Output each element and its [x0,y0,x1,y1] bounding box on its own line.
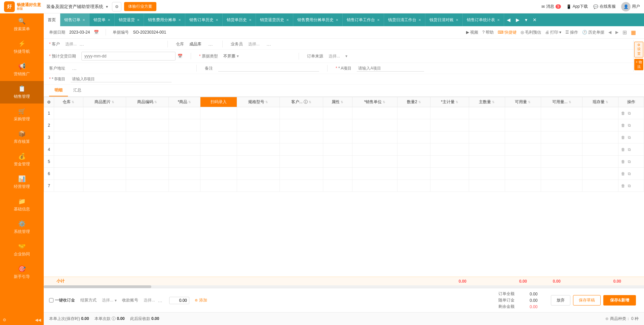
row1-available2[interactable] [541,107,582,119]
row2-available[interactable] [505,119,541,131]
row1-qty2[interactable] [397,107,430,119]
account-dots-btn[interactable]: … [156,298,164,303]
row1-unit[interactable] [352,107,397,119]
sidebar-settings-icon[interactable]: ⚙ [3,318,6,322]
list-view-btn[interactable]: ▦ [631,29,636,36]
th-customer-code[interactable]: 客户... ⓘ⇅ [279,97,323,107]
a-project-input[interactable] [357,65,424,72]
tab-close-all-btn[interactable]: ✕ [530,17,539,23]
invoice-dropdown-icon[interactable]: ▾ [237,54,239,58]
row1-available[interactable] [505,107,541,119]
tab-cash-daily[interactable]: 钱货日清工作台 ✕ [384,13,425,26]
tab-prev-btn[interactable]: ◀ [504,17,513,23]
tab-sales-summary-close[interactable]: ✕ [497,18,500,22]
history-btn[interactable]: 🕐 历史单据 [582,30,604,35]
th-main-unit[interactable]: *主计量⇅ [430,97,469,107]
row1-stock[interactable] [582,107,618,119]
row6-copy-icon[interactable]: ⧉ [628,171,631,176]
sidebar-item-marketing[interactable]: 📢 营销推广 [0,58,44,81]
amount-input[interactable] [169,297,189,304]
delivery-calendar-icon[interactable]: 📅 [178,54,183,58]
th-spec[interactable]: 规格型号⇅ [237,97,279,107]
sidebar-item-quick-nav[interactable]: ⚡ 快捷导航 [0,36,44,58]
row2-scan[interactable] [200,119,237,131]
help-btn[interactable]: ? 帮助 [482,30,494,35]
row2-main-unit[interactable] [430,119,469,131]
row3-delete-icon[interactable]: 🗑 [621,135,625,140]
calendar-icon[interactable]: 📅 [94,30,99,35]
th-goods-name[interactable]: *商品⇅ [168,97,200,107]
row1-delete-icon[interactable]: 🗑 [621,111,625,116]
horizontal-scrollbar[interactable] [44,285,644,288]
row1-spec[interactable] [237,107,279,119]
row1-warehouse[interactable] [54,107,83,119]
sidebar-item-operations[interactable]: 📊 经营管理 [0,171,44,194]
addr-dots-btn[interactable]: … [71,66,78,71]
th-main-qty[interactable]: 主数量⇅ [469,97,505,107]
view-btn[interactable]: ▶ 视频 [466,30,478,35]
system-title-dropdown[interactable]: ▾ [106,4,108,9]
row7-copy-icon[interactable]: ⧉ [628,184,631,188]
row4-delete-icon[interactable]: 🗑 [621,147,625,152]
row2-customer-code[interactable] [279,119,323,131]
online-service-btn[interactable]: 💬 在线客服 [593,4,616,9]
tab-cash-reconcile-close[interactable]: ✕ [456,18,458,22]
tab-home[interactable]: 首页 [44,13,60,26]
sidebar-item-system[interactable]: ⚙️ 系统管理 [0,216,44,239]
row2-qty2[interactable] [397,119,430,131]
remark-input[interactable] [218,65,319,72]
user-btn[interactable]: 👤 用户 [621,2,640,11]
row2-attr[interactable] [323,119,352,131]
row2-spec[interactable] [237,119,279,131]
delivery-date-input[interactable] [81,52,176,60]
sidebar-item-finance[interactable]: 💰 资金管理 [0,149,44,171]
tab-cash-daily-close[interactable]: ✕ [418,18,421,22]
discard-button[interactable]: 放弃 [551,295,570,306]
row1-scan[interactable] [200,107,237,119]
sidebar-item-sales[interactable]: 📋 销售管理 [0,81,44,104]
tab-order-history-close[interactable]: ✕ [216,18,218,22]
row1-copy-icon[interactable]: ⧉ [628,111,631,116]
tab-sales-history[interactable]: 销货单历史 ✕ [223,13,256,26]
quick-pay-input[interactable] [49,298,53,302]
profit-btn[interactable]: ◎ 毛利预估 [521,30,541,35]
tab-sales-refund[interactable]: 销货退货 ✕ [115,13,144,26]
row7-delete-icon[interactable]: 🗑 [621,184,625,188]
th-current-stock[interactable]: 现存量⇅ [582,97,618,107]
tab-sales-refund-close[interactable]: ✕ [137,18,140,22]
tab-sales-order[interactable]: 销售订单 ✕ [60,13,89,26]
sidebar-item-purchase[interactable]: 🛒 采购管理 [0,104,44,126]
tab-summary[interactable]: 汇总 [68,85,87,96]
row1-customer-code[interactable] [279,107,323,119]
row1-image[interactable] [83,107,126,119]
settings-panel-btn[interactable]: ⚙ 设置 [634,42,643,57]
th-quantity2[interactable]: 数量2⇅ [397,97,430,107]
save-new-button[interactable]: 保存&新增 [603,295,636,306]
tab-cash-reconcile[interactable]: 钱货日清对账 ✕ [425,13,463,26]
sidebar-item-search[interactable]: 🔍 搜索菜单 [0,13,44,36]
row1-main-unit[interactable] [430,107,469,119]
tab-sales-return-close[interactable]: ✕ [108,18,110,22]
scroll-thumb[interactable] [44,285,151,288]
tab-next-btn[interactable]: ▶ [513,17,522,23]
tab-refund-history[interactable]: 销货退货历史 ✕ [256,13,293,26]
th-settings[interactable]: ⚙ [44,97,54,107]
row1-attr[interactable] [323,107,352,119]
row1-code[interactable] [126,107,168,119]
customer-dots-btn[interactable]: … [78,41,85,47]
sidebar-item-inventory[interactable]: 📦 库存核算 [0,126,44,149]
tab-detail[interactable]: 明细 [49,85,68,96]
tab-order-workbench-close[interactable]: ✕ [377,18,380,22]
row2-code[interactable] [126,119,168,131]
th-sales-unit[interactable]: *销售单位⇅ [352,97,397,107]
row2-name[interactable] [168,119,200,131]
warehouse-dots-btn[interactable]: … [207,41,214,47]
grid-view-btn[interactable]: ⊞ [622,29,627,36]
add-btn[interactable]: ⊕ 添加 [195,297,207,303]
row3-copy-icon[interactable]: ⧉ [628,135,631,140]
b-project-input[interactable] [71,76,172,82]
sidebar-collapse-icon[interactable]: ◀◀ [35,318,41,322]
tab-sales-history-close[interactable]: ✕ [249,18,252,22]
tab-sales-fee[interactable]: 销售费用分摊单 ✕ [144,13,185,26]
th-available[interactable]: 可用量⇅ [505,97,541,107]
